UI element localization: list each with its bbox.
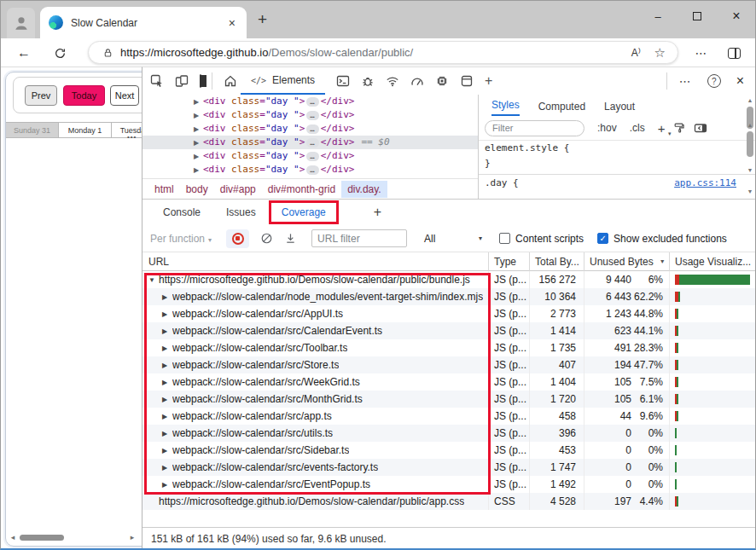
home-icon[interactable] [224,74,237,88]
application-panel-icon[interactable] [460,74,474,88]
scroll-down-icon[interactable]: ▼ [747,188,753,196]
coverage-row[interactable]: ▶webpack://slow-calendar/src/Toolbar.ts … [142,339,756,356]
styles-filter-input[interactable] [485,120,584,136]
breadcrumb-item[interactable]: html [148,181,180,198]
device-emulation-icon[interactable] [175,74,189,88]
calendar-nav-button[interactable]: Next [110,85,139,106]
drawer-tab[interactable]: Coverage [282,206,326,218]
inline-expand-icon[interactable]: … [306,138,318,148]
styles-tab[interactable]: Styles [491,99,520,116]
row-expand-icon[interactable]: ▶ [162,464,172,472]
styles-scrollbar[interactable]: ▲ ▼ [745,121,755,196]
row-expand-icon[interactable]: ▶ [162,396,172,403]
inline-expand-icon[interactable]: … [306,111,318,120]
more-actions-icon[interactable]: ••• [127,133,137,141]
computed-sidebar-toggle-icon[interactable] [694,121,707,135]
url-bar[interactable]: https://microsoftedge.github.io/Demos/sl… [88,41,678,64]
calendar-nav-button[interactable]: Prev [25,85,57,106]
console-panel-icon[interactable] [336,74,350,88]
more-tools-plus-icon[interactable]: + [485,73,492,89]
help-icon[interactable]: ? [707,74,721,88]
refresh-button[interactable] [49,43,70,63]
coverage-row[interactable]: ▶webpack://slow-calendar/src/utils.ts JS… [142,425,756,442]
coverage-row[interactable]: https://microsoftedge.github.io/Demos/sl… [142,493,756,510]
breadcrumb-item[interactable]: div.day. [341,181,387,198]
minimize-button[interactable]: – [638,0,677,32]
coverage-row[interactable]: ▶webpack://slow-calendar/src/Sidebar.ts … [142,442,756,459]
inspect-icon[interactable] [150,74,164,88]
breadcrumb-item[interactable]: div#month-grid [262,181,341,198]
elements-tree-row[interactable]: ▶<div class="day ">…</div>== $0 [142,122,478,136]
window-close-button[interactable]: × [717,0,756,32]
export-download-icon[interactable] [284,232,297,245]
scrollbar-thumb[interactable] [747,131,753,157]
twisty-icon[interactable]: ▶ [194,109,203,123]
scroll-left-icon[interactable]: ◂ [8,533,18,541]
calendar-nav-button[interactable]: Today [63,85,105,106]
elements-tree-row[interactable]: ▶<div class="day ">…</div>== $0 [142,95,478,108]
favorites-star-icon[interactable]: ☆ [654,45,666,61]
inline-expand-icon[interactable]: … [306,165,318,175]
coverage-row[interactable]: ▶webpack://slow-calendar/src/Store.ts JS… [142,356,756,373]
inline-expand-icon[interactable]: … [306,97,318,107]
drawer-tab[interactable]: Issues [226,206,256,218]
focus-mode-icon[interactable] [200,75,201,87]
scroll-up-icon[interactable]: ▲ [747,121,753,130]
inline-expand-icon[interactable]: … [306,124,318,134]
read-aloud-icon[interactable]: A) [631,46,641,59]
performance-gauge-icon[interactable] [410,74,424,88]
memory-chip-icon[interactable] [435,74,449,88]
column-header-usage[interactable]: Usage Visualiz... [669,252,756,271]
row-expand-icon[interactable]: ▶ [162,362,172,369]
twisty-icon[interactable]: ▶ [194,96,203,109]
coverage-row[interactable]: ▶webpack://slow-calendar/src/AppUI.ts JS… [142,305,756,322]
elements-tree-row[interactable]: ▶<div class="day ">…</div>== $0 [142,163,478,177]
coverage-row[interactable]: ▶webpack://slow-calendar/src/events-fact… [142,459,756,476]
scrollbar-thumb[interactable] [20,535,64,541]
type-filter-dropdown[interactable]: All▾ [424,233,482,245]
row-expand-icon[interactable]: ▶ [162,447,172,454]
row-expand-icon[interactable]: ▶ [162,379,172,386]
profile-button[interactable] [7,8,35,38]
show-excluded-checkbox[interactable]: ✓ [597,233,608,244]
coverage-row[interactable]: ▼https://microsoftedge.github.io/Demos/s… [142,271,756,288]
content-scripts-checkbox[interactable] [499,233,510,244]
twisty-icon[interactable]: ▶ [194,164,203,177]
column-header-total-bytes[interactable]: Total By... [529,252,584,271]
tab-elements[interactable]: </> Elements [241,67,325,95]
coverage-row[interactable]: ▶webpack://slow-calendar/src/CalendarEve… [142,322,756,339]
network-wifi-icon[interactable] [386,74,399,88]
page-horizontal-scrollbar[interactable]: ◂ ▸ [8,532,137,542]
drawer-tab[interactable]: Console [163,206,201,218]
back-button[interactable]: ← [14,43,34,63]
coverage-row[interactable]: ▶webpack://slow-calendar/src/EventPopup.… [142,476,756,493]
coverage-mode-dropdown[interactable]: Per function▾ [150,233,212,245]
row-expand-icon[interactable]: ▶ [162,344,172,352]
browser-menu-icon[interactable]: ⋯ [691,43,712,63]
row-expand-icon[interactable]: ▶ [162,310,172,318]
column-header-type[interactable]: Type [488,252,529,271]
twisty-icon[interactable]: ▶ [194,136,203,150]
column-header-unused-bytes[interactable]: Unused Bytes▼ [584,252,669,271]
inline-expand-icon[interactable]: … [306,152,318,161]
css-source-link[interactable]: app.css:114 [674,177,736,188]
coverage-row[interactable]: ▶webpack://slow-calendar/src/app.ts JS (… [142,408,756,425]
column-header-url[interactable]: URL [142,252,488,271]
elements-tree-row[interactable]: ▶<div class="day ">…</div>== $0 [142,149,478,163]
coverage-row[interactable]: ▶webpack://slow-calendar/src/WeekGrid.ts… [142,373,756,391]
stop-recording-button[interactable] [226,229,249,248]
devtools-close-icon[interactable]: × [736,73,744,89]
toggle-element-classes[interactable]: .cls [630,122,645,134]
row-expand-icon[interactable]: ▶ [162,430,172,437]
elements-tree-row[interactable]: ▶<div class="day ">…</div>== $0 [142,136,478,149]
new-tab-button[interactable]: + [258,10,267,29]
brush-icon[interactable] [673,122,685,134]
split-screen-icon[interactable] [724,43,744,63]
toggle-hover-state[interactable]: :hov [597,122,617,134]
breadcrumb-item[interactable]: div#app [214,181,262,198]
tab-close-icon[interactable]: × [226,16,238,30]
new-style-rule-button[interactable]: +▾ [658,121,666,136]
styles-tab[interactable]: Computed [538,101,585,116]
debugger-bug-icon[interactable] [361,74,375,88]
devtools-menu-icon[interactable]: ⋯ [679,74,692,88]
